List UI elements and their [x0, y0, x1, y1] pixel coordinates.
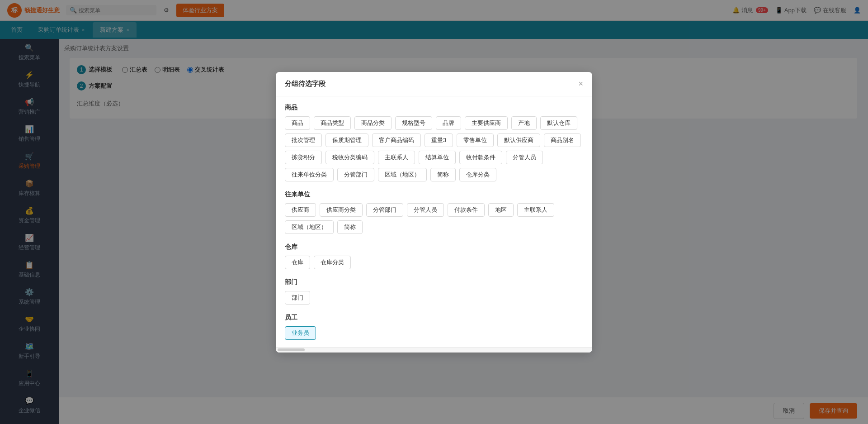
field-tag[interactable]: 品牌 [436, 116, 461, 130]
field-select-modal: 分组待选字段 × 商品 商品 商品类型 商品分类 规格型号 品牌 主要供应商 产… [276, 72, 592, 353]
field-tag[interactable]: 简称 [430, 168, 456, 181]
field-tag[interactable]: 地区 [488, 203, 514, 217]
field-tag[interactable]: 分管部门 [337, 168, 374, 181]
modal-close-button[interactable]: × [578, 79, 583, 89]
field-tag[interactable]: 区域（地区） [378, 168, 427, 181]
field-tag[interactable]: 收付款条件 [459, 151, 502, 164]
field-tag-employee[interactable]: 业务员 [285, 326, 316, 340]
field-tag[interactable]: 区域（地区） [285, 220, 334, 234]
section-product: 商品 商品 商品类型 商品分类 规格型号 品牌 主要供应商 产地 默认仓库 批次… [285, 104, 583, 181]
field-tag[interactable]: 付款条件 [448, 203, 485, 217]
field-tag[interactable]: 分管人员 [506, 151, 543, 164]
modal-header: 分组待选字段 × [276, 72, 592, 96]
section-counterpart-fields: 供应商 供应商分类 分管部门 分管人员 付款条件 地区 主联系人 区域（地区） … [285, 203, 583, 234]
field-tag[interactable]: 默认供应商 [497, 133, 540, 147]
section-product-fields: 商品 商品类型 商品分类 规格型号 品牌 主要供应商 产地 默认仓库 批次管理 … [285, 116, 583, 181]
field-tag[interactable]: 结算单位 [419, 151, 456, 164]
section-warehouse-fields: 仓库 仓库分类 [285, 256, 583, 269]
field-tag[interactable]: 仓库分类 [459, 168, 496, 181]
field-tag[interactable]: 主联系人 [378, 151, 415, 164]
field-tag[interactable]: 仓库 [285, 256, 310, 269]
field-tag[interactable]: 供应商 [285, 203, 316, 217]
section-department-fields: 部门 [285, 291, 583, 305]
field-tag[interactable]: 仓库分类 [314, 256, 351, 269]
modal-body[interactable]: 商品 商品 商品类型 商品分类 规格型号 品牌 主要供应商 产地 默认仓库 批次… [276, 96, 592, 347]
section-counterpart: 往来单位 供应商 供应商分类 分管部门 分管人员 付款条件 地区 主联系人 区域… [285, 191, 583, 234]
section-employee: 员工 业务员 [285, 314, 583, 340]
section-employee-title: 员工 [285, 314, 583, 322]
field-tag[interactable]: 主联系人 [517, 203, 554, 217]
field-tag[interactable]: 产地 [511, 116, 537, 130]
field-tag[interactable]: 规格型号 [395, 116, 432, 130]
section-department-title: 部门 [285, 278, 583, 286]
field-tag[interactable]: 批次管理 [285, 133, 322, 147]
section-warehouse-title: 仓库 [285, 243, 583, 251]
section-counterpart-title: 往来单位 [285, 191, 583, 199]
field-tag[interactable]: 默认仓库 [540, 116, 577, 130]
modal-title: 分组待选字段 [285, 80, 326, 88]
field-tag[interactable]: 拣货积分 [285, 151, 322, 164]
field-tag[interactable]: 部门 [285, 291, 310, 305]
field-tag[interactable]: 供应商分类 [320, 203, 363, 217]
section-warehouse: 仓库 仓库 仓库分类 [285, 243, 583, 269]
field-tag[interactable]: 商品别名 [544, 133, 581, 147]
field-tag[interactable]: 分管人员 [407, 203, 444, 217]
section-product-title: 商品 [285, 104, 583, 112]
field-tag[interactable]: 简称 [337, 220, 363, 234]
field-tag[interactable]: 商品 [285, 116, 310, 130]
field-tag[interactable]: 税收分类编码 [326, 151, 374, 164]
field-tag[interactable]: 商品分类 [354, 116, 392, 130]
field-tag[interactable]: 分管部门 [366, 203, 403, 217]
field-tag[interactable]: 保质期管理 [326, 133, 368, 147]
field-tag[interactable]: 往来单位分类 [285, 168, 334, 181]
field-tag[interactable]: 主要供应商 [465, 116, 508, 130]
scrollbar-thumb[interactable] [278, 348, 305, 351]
section-department: 部门 部门 [285, 278, 583, 305]
field-tag[interactable]: 重量3 [425, 133, 453, 147]
field-tag[interactable]: 商品类型 [314, 116, 351, 130]
field-tag[interactable]: 零售单位 [457, 133, 494, 147]
modal-horizontal-scrollbar[interactable] [276, 347, 592, 353]
modal-overlay: 分组待选字段 × 商品 商品 商品类型 商品分类 规格型号 品牌 主要供应商 产… [0, 0, 868, 424]
section-employee-fields: 业务员 [285, 326, 583, 340]
field-tag[interactable]: 客户商品编码 [372, 133, 421, 147]
